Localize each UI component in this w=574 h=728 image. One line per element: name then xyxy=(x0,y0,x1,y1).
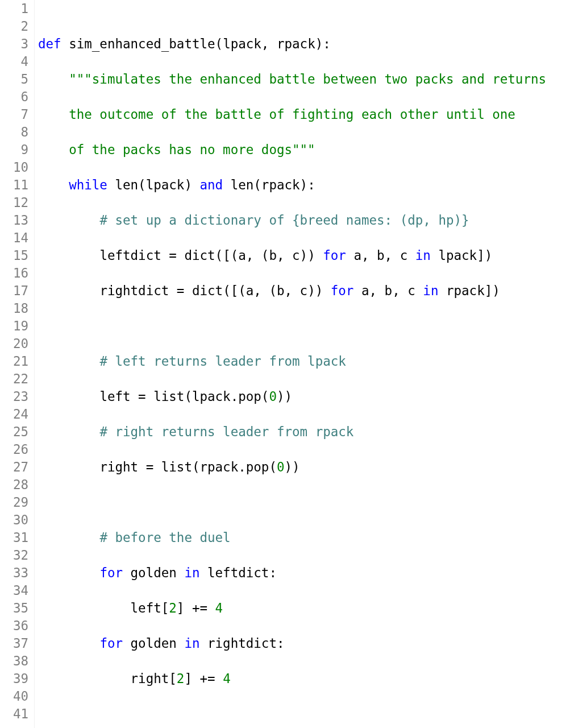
code-line: right[2] += 4 xyxy=(38,670,546,688)
code-line: left[2] += 4 xyxy=(38,599,546,617)
line-number: 15 xyxy=(0,247,28,264)
line-number: 20 xyxy=(0,335,28,353)
line-number: 17 xyxy=(0,282,28,300)
line-number: 35 xyxy=(0,599,28,617)
code-line: rightdict = dict([(a, (b, c)) for a, b, … xyxy=(38,282,546,300)
line-number: 6 xyxy=(0,88,28,106)
line-number: 12 xyxy=(0,194,28,212)
line-number: 7 xyxy=(0,106,28,123)
line-number: 8 xyxy=(0,123,28,141)
code-line: while len(lpack) and len(rpack): xyxy=(38,176,546,194)
comment: # left returns leader from lpack xyxy=(99,354,346,369)
line-number: 37 xyxy=(0,635,28,652)
line-number: 26 xyxy=(0,441,28,458)
line-number: 14 xyxy=(0,229,28,247)
line-number: 4 xyxy=(0,53,28,71)
code-area: def sim_enhanced_battle(lpack, rpack): "… xyxy=(35,0,546,728)
comment: # before the duel xyxy=(99,530,230,545)
line-number: 24 xyxy=(0,406,28,423)
line-number: 10 xyxy=(0,159,28,176)
line-number: 9 xyxy=(0,141,28,159)
line-number: 38 xyxy=(0,652,28,670)
code-line: leftdict = dict([(a, (b, c)) for a, b, c… xyxy=(38,247,546,264)
line-number: 13 xyxy=(0,212,28,229)
code-line: for golden in leftdict: xyxy=(38,564,546,582)
line-number: 29 xyxy=(0,494,28,511)
code-line: the outcome of the battle of fighting ea… xyxy=(38,106,546,123)
code-editor: 1234567891011121314151617181920212223242… xyxy=(0,0,574,728)
code-line: for golden in rightdict: xyxy=(38,635,546,652)
code-line: def sim_enhanced_battle(lpack, rpack): xyxy=(38,35,546,53)
line-number: 18 xyxy=(0,300,28,317)
line-number: 32 xyxy=(0,547,28,564)
docstring: of the packs has no more dogs""" xyxy=(69,142,315,157)
line-number-gutter: 1234567891011121314151617181920212223242… xyxy=(0,0,35,728)
comment: # set up a dictionary of {breed names: (… xyxy=(99,213,469,228)
code-line: # before the duel xyxy=(38,529,546,547)
code-line: # left returns leader from lpack xyxy=(38,353,546,370)
line-number: 22 xyxy=(0,370,28,388)
line-number: 33 xyxy=(0,564,28,582)
code-line: right = list(rpack.pop(0)) xyxy=(38,458,546,476)
line-number: 19 xyxy=(0,317,28,335)
line-number: 3 xyxy=(0,35,28,53)
line-number: 25 xyxy=(0,423,28,441)
code-line xyxy=(38,705,546,723)
comment: # right returns leader from rpack xyxy=(99,424,353,439)
line-number: 39 xyxy=(0,670,28,688)
line-number: 27 xyxy=(0,458,28,476)
code-line: """simulates the enhanced battle between… xyxy=(38,71,546,88)
code-line xyxy=(38,494,546,511)
code-line: left = list(lpack.pop(0)) xyxy=(38,388,546,406)
function-name: sim_enhanced_battle xyxy=(69,36,215,51)
line-number: 41 xyxy=(0,705,28,723)
code-line: # right returns leader from rpack xyxy=(38,423,546,441)
docstring: """simulates the enhanced battle between… xyxy=(69,72,546,86)
line-number: 34 xyxy=(0,582,28,599)
line-number: 40 xyxy=(0,688,28,705)
line-number: 11 xyxy=(0,176,28,194)
line-number: 16 xyxy=(0,264,28,282)
code-line xyxy=(38,317,546,335)
line-number: 21 xyxy=(0,353,28,370)
line-number: 1 xyxy=(0,0,28,18)
line-number: 28 xyxy=(0,476,28,494)
line-number: 2 xyxy=(0,18,28,35)
line-number: 5 xyxy=(0,71,28,88)
line-number: 30 xyxy=(0,511,28,529)
line-number: 36 xyxy=(0,617,28,635)
docstring: the outcome of the battle of fighting ea… xyxy=(69,107,515,122)
line-number: 23 xyxy=(0,388,28,406)
code-line: of the packs has no more dogs""" xyxy=(38,141,546,159)
code-line: # set up a dictionary of {breed names: (… xyxy=(38,212,546,229)
keyword-def: def xyxy=(38,36,61,51)
line-number: 31 xyxy=(0,529,28,547)
